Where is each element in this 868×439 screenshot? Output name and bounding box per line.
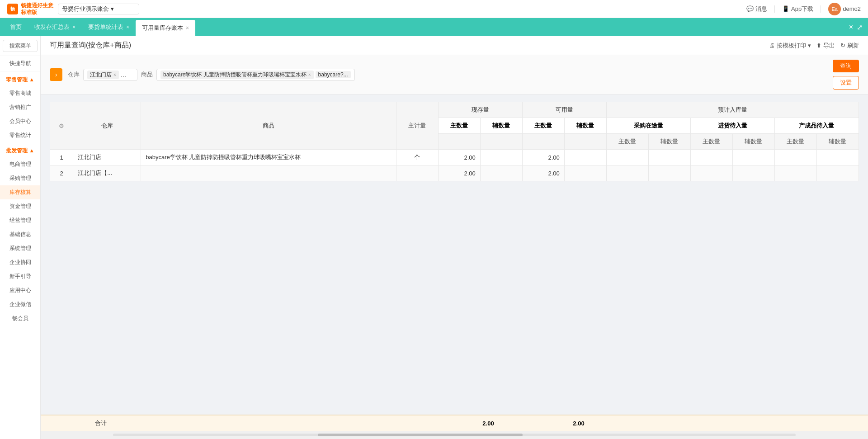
col-gear[interactable]: ⚙: [50, 102, 73, 150]
search-menu-btn[interactable]: 搜索菜单: [3, 40, 38, 52]
sidebar: 搜索菜单 快捷导航 零售管理 ▲ 零售商城 营销推广 会员中心 零售统计 批发管…: [0, 36, 41, 439]
sub-purchase-aux: 辅数量: [648, 134, 690, 150]
sidebar-item-retail-stats[interactable]: 零售统计: [0, 128, 40, 142]
table-settings-icon[interactable]: ⚙: [59, 123, 64, 129]
sidebar-item-system[interactable]: 系统管理: [0, 241, 40, 255]
warehouse-more-btn[interactable]: ...: [121, 71, 127, 79]
sidebar-item-finance[interactable]: 资金管理: [0, 199, 40, 213]
sub-avail-aux: [564, 134, 606, 150]
sidebar-item-quicknav[interactable]: 快捷导航: [0, 56, 40, 71]
tab-bar: 首页 收发存汇总表 × 要货单统计表 × 可用量库存账本 × × ⤢: [0, 18, 868, 36]
sidebar-item-operations[interactable]: 经营管理: [0, 213, 40, 227]
sub-inbound-main: 主数量: [690, 134, 732, 150]
print-btn[interactable]: 🖨 按模板打印 ▾: [769, 42, 811, 50]
sidebar-item-enterprise[interactable]: 企业协同: [0, 255, 40, 269]
sub-product-main: 主数量: [774, 134, 816, 150]
warehouse-input[interactable]: 江北门店 × ...: [83, 69, 137, 81]
row2-avail-main: 2.00: [522, 165, 564, 181]
row2-warehouse: 江北门店【...: [73, 165, 141, 181]
settings-btn[interactable]: 设置: [833, 76, 859, 90]
row1-purchase-aux: [648, 150, 690, 165]
export-btn[interactable]: ⬆ 导出: [816, 42, 835, 50]
sidebar-item-newuser[interactable]: 新手引导: [0, 269, 40, 283]
warehouse-label: 仓库: [68, 71, 80, 79]
query-btn[interactable]: 查询: [833, 60, 859, 72]
sidebar-search: 搜索菜单: [0, 36, 40, 56]
row1-purchase-main: [606, 150, 648, 165]
table-row: 1 江北门店 babycare学饮杯 儿童防摔防撞吸管杯重力球吸嘴杯宝宝水杯 个…: [50, 150, 859, 165]
row1-avail-main: 2.00: [522, 150, 564, 165]
product-tag1-close[interactable]: ×: [308, 72, 311, 77]
row1-index: 1: [50, 150, 73, 165]
product-input[interactable]: babycare学饮杯 儿童防摔防撞吸管杯重力球吸嘴杯宝宝水杯 × babyca…: [156, 69, 355, 81]
row1-product-main: [774, 150, 816, 165]
chevron-down-icon: ▾: [111, 5, 114, 12]
divider: [774, 5, 775, 13]
row1-inbound-main: [690, 150, 732, 165]
row2-purchase-main: [606, 165, 648, 181]
industry-select[interactable]: 母婴行业演示账套 ▾: [58, 4, 139, 14]
chevron-icon2: ▲: [29, 147, 34, 154]
logo: 畅 畅捷通好生意 标准版: [7, 2, 53, 15]
row2-unit: [396, 165, 438, 181]
tab-expand-icon[interactable]: ⤢: [857, 23, 863, 32]
sidebar-item-member-center[interactable]: 会员中心: [0, 114, 40, 128]
row2-purchase-aux: [648, 165, 690, 181]
row1-avail-aux: [564, 150, 606, 165]
tab-available-stock[interactable]: 可用量库存账本 ×: [136, 20, 195, 36]
sidebar-section-wholesale[interactable]: 批发管理 ▲: [0, 142, 40, 157]
warehouse-tag: 江北门店 ×: [87, 71, 119, 79]
user-profile[interactable]: Ea demo2: [828, 3, 861, 15]
sub-inbound-aux: 辅数量: [732, 134, 774, 150]
app-download-btn[interactable]: 📱 App下载: [782, 5, 813, 13]
page-actions: 🖨 按模板打印 ▾ ⬆ 导出 ↻ 刷新: [769, 42, 859, 50]
filter-row: 仓库 江北门店 × ... 商品 babycare学饮杯 儿童防摔防撞吸管杯重力…: [68, 69, 827, 81]
content: 可用量查询(按仓库+商品) 🖨 按模板打印 ▾ ⬆ 导出 ↻ 刷新: [41, 36, 868, 439]
sidebar-item-appcenter[interactable]: 应用中心: [0, 283, 40, 297]
tab-close-order-stat[interactable]: ×: [126, 24, 129, 30]
tab-receivable[interactable]: 收发存汇总表 ×: [28, 18, 82, 36]
tab-close-all-icon[interactable]: ×: [849, 23, 853, 31]
sidebar-item-retail-mall[interactable]: 零售商城: [0, 86, 40, 100]
tab-order-stat[interactable]: 要货单统计表 ×: [82, 18, 136, 36]
sidebar-item-basics[interactable]: 基础信息: [0, 227, 40, 241]
row2-inbound-aux: [732, 165, 774, 181]
scrollbar-thumb[interactable]: [318, 434, 523, 436]
product-tag1: babycare学饮杯 儿童防摔防撞吸管杯重力球吸嘴杯宝宝水杯 ×: [160, 71, 314, 79]
sidebar-item-purchase[interactable]: 采购管理: [0, 171, 40, 185]
col-purchase-header: 采购在途量: [606, 118, 690, 134]
tab-close-available-stock[interactable]: ×: [186, 25, 189, 31]
filter-bar: › 仓库 江北门店 × ... 商品 babycare学饮杯 儿童防摔防撞吸管杯…: [41, 55, 868, 94]
col-forecast-header: 预计入库量: [606, 102, 859, 118]
print-icon: 🖨: [769, 42, 775, 49]
sidebar-item-wechat[interactable]: 企业微信: [0, 297, 40, 312]
app-icon: 📱: [782, 5, 789, 12]
col-warehouse-header: 仓库: [73, 102, 141, 150]
row2-stock-aux: [480, 165, 522, 181]
main-layout: 搜索菜单 快捷导航 零售管理 ▲ 零售商城 营销推广 会员中心 零售统计 批发管…: [0, 36, 868, 439]
row2-product: [141, 165, 396, 181]
warehouse-tag-close[interactable]: ×: [113, 72, 116, 77]
page-title: 可用量查询(按仓库+商品): [50, 41, 131, 50]
col-avail-main-header: 主数量: [522, 118, 564, 134]
print-chevron-icon: ▾: [808, 42, 811, 49]
logo-text: 畅捷通好生意 标准版: [21, 2, 53, 15]
filter-toggle-btn[interactable]: ›: [50, 68, 62, 81]
sidebar-section-retail[interactable]: 零售管理 ▲: [0, 71, 40, 86]
sidebar-item-member[interactable]: 畅会员: [0, 312, 40, 326]
row1-stock-aux: [480, 150, 522, 165]
tab-home[interactable]: 首页: [4, 18, 28, 36]
sidebar-item-marketing[interactable]: 营销推广: [0, 100, 40, 114]
sidebar-item-ecommerce[interactable]: 电商管理: [0, 157, 40, 171]
col-product-inbound-header: 产成品待入量: [774, 118, 859, 134]
refresh-btn[interactable]: ↻ 刷新: [840, 42, 859, 50]
sidebar-item-inventory[interactable]: 库存核算: [0, 185, 40, 199]
col-stock-main-header: 主数量: [438, 118, 480, 134]
row2-inbound-main: [690, 165, 732, 181]
col-stock-aux-header: 辅数量: [480, 118, 522, 134]
table-footer: 合计 2.00 2.00: [41, 415, 868, 431]
message-btn[interactable]: 💬 消息: [746, 5, 767, 13]
tab-close-receivable[interactable]: ×: [72, 24, 75, 30]
footer-stock-main: 2.00: [461, 420, 515, 427]
row2-stock-main: 2.00: [438, 165, 480, 181]
